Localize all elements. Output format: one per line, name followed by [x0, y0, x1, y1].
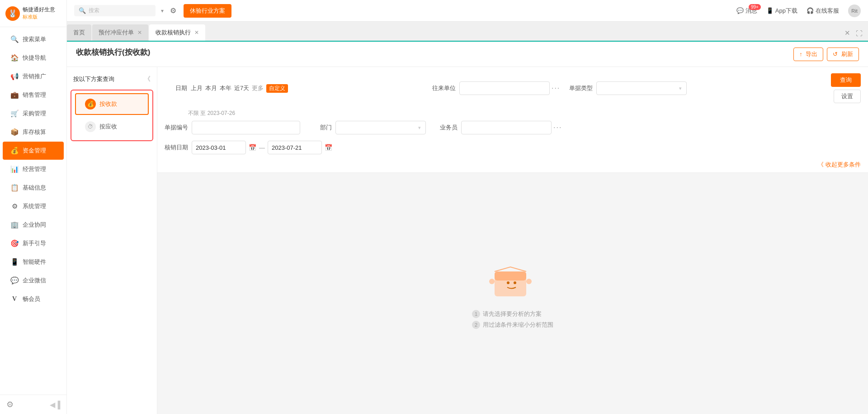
- hardware-icon: 📱: [10, 257, 19, 266]
- writeoff-end-cal-icon[interactable]: 📅: [325, 144, 332, 151]
- tab-receipt[interactable]: 收款核销执行 ✕: [149, 24, 205, 41]
- filter-item-by-receipt[interactable]: 💰 按收款: [75, 93, 149, 115]
- sidebar-item-label: 快捷导航: [23, 54, 46, 62]
- time-custom-badge[interactable]: 自定义: [266, 84, 288, 93]
- tab-home[interactable]: 首页: [67, 24, 91, 41]
- online-service-button[interactable]: 🎧 在线客服: [807, 7, 839, 15]
- filter-item-label: 按应收: [99, 123, 117, 131]
- refresh-button[interactable]: ↺ 刷新: [827, 48, 859, 61]
- sidebar-item-wechat[interactable]: 💬 企业微信: [3, 271, 64, 290]
- query-button[interactable]: 查询: [831, 73, 861, 87]
- headset-icon: 🎧: [807, 7, 814, 14]
- app-download-button[interactable]: 📱 App下载: [766, 7, 797, 15]
- receivable-filter-icon: ⏱: [85, 121, 96, 132]
- partner-input[interactable]: [459, 81, 550, 95]
- sidebar-item-sales[interactable]: 💼 销售管理: [3, 86, 64, 104]
- message-button[interactable]: 💬 消息 99+: [736, 7, 757, 15]
- topbar-search-box[interactable]: 🔍 搜索: [74, 5, 156, 16]
- collapse-more-icon: 《: [818, 161, 824, 169]
- export-button[interactable]: ↑ 导出: [793, 48, 823, 61]
- wechat-icon: 💬: [10, 276, 19, 285]
- writeoff-start-input[interactable]: [192, 141, 246, 154]
- empty-hint-1: 1 请先选择要分析的方案: [472, 310, 542, 318]
- guide-icon: 🎯: [10, 239, 19, 248]
- sidebar-item-label: 畅会员: [23, 295, 40, 303]
- receipt-filter-icon: 💰: [85, 99, 96, 109]
- sidebar-item-finance[interactable]: 💰 资金管理: [3, 142, 64, 160]
- query-row-2: 单据编号 部门 ▾ 业务员: [165, 121, 861, 134]
- date-separator: —: [259, 144, 265, 151]
- dept-label: 部门: [309, 124, 332, 132]
- empty-hint-2: 2 用过滤条件来缩小分析范围: [472, 321, 553, 329]
- sidebar-item-hardware[interactable]: 📱 智能硬件: [3, 253, 64, 271]
- marketing-icon: 📢: [10, 72, 19, 81]
- user-avatar[interactable]: Rit: [848, 5, 861, 17]
- topbar-dropdown-icon[interactable]: ▾: [161, 8, 164, 14]
- time-7days[interactable]: 近7天: [234, 84, 249, 92]
- sidebar-item-member[interactable]: V 畅会员: [3, 290, 64, 308]
- empty-illustration: [486, 258, 540, 305]
- settings-button[interactable]: 设置: [834, 90, 861, 103]
- tab-prepay[interactable]: 预付冲应付单 ✕: [92, 24, 148, 41]
- filter-panel-collapse-icon[interactable]: 《: [144, 75, 151, 83]
- collapse-more-btn[interactable]: 《 收起更多条件: [165, 159, 861, 172]
- settings-icon[interactable]: ⚙: [6, 400, 14, 409]
- sidebar-item-label: 企业协同: [23, 221, 46, 229]
- bill-type-field: 单据类型 ▾: [569, 81, 687, 95]
- window-maximize-icon[interactable]: ⛶: [854, 28, 864, 39]
- member-icon: V: [10, 295, 19, 304]
- sidebar-item-label: 新手引导: [23, 239, 46, 247]
- sidebar-item-basic[interactable]: 📋 基础信息: [3, 179, 64, 197]
- sidebar-item-search[interactable]: 🔍 搜索菜单: [3, 30, 64, 48]
- filter-items-box: 💰 按收款 ⏱ 按应收: [71, 90, 153, 141]
- collapse-sidebar-icon[interactable]: ◀▐: [50, 400, 60, 409]
- sidebar-item-inventory[interactable]: 📦 库存核算: [3, 123, 64, 141]
- sidebar-item-purchase[interactable]: 🛒 采购管理: [3, 105, 64, 123]
- tab-home-label: 首页: [73, 29, 85, 37]
- svg-point-4: [489, 279, 495, 284]
- sidebar-item-marketing[interactable]: 📢 营销推广: [3, 67, 64, 86]
- inventory-icon: 📦: [10, 128, 19, 137]
- topbar: 🔍 搜索 ▾ ⚙ 休验行业方案 💬 消息 99+ 📱 App下载 🎧 在线客服 …: [67, 0, 868, 22]
- app-name: 畅捷通好生意: [23, 6, 55, 14]
- sidebar-item-enterprise[interactable]: 🏢 企业协同: [3, 216, 64, 234]
- finance-icon: 💰: [10, 146, 19, 155]
- refresh-icon: ↺: [833, 51, 838, 57]
- tab-prepay-close-icon[interactable]: ✕: [137, 29, 142, 36]
- content-body: 按以下方案查询 《 💰 按收款 ⏱ 按应收: [67, 67, 868, 414]
- sidebar-item-label: 营销推广: [23, 72, 46, 81]
- sidebar-bottom: ⚙ ◀▐: [0, 395, 66, 414]
- time-this-month[interactable]: 本月: [205, 84, 217, 92]
- dept-select-arrow-icon: ▾: [418, 125, 421, 131]
- bill-type-select[interactable]: ▾: [596, 81, 687, 95]
- time-more[interactable]: 更多: [252, 84, 264, 92]
- main-area: 🔍 搜索 ▾ ⚙ 休验行业方案 💬 消息 99+ 📱 App下载 🎧 在线客服 …: [67, 0, 868, 414]
- time-last-month[interactable]: 上月: [191, 84, 203, 92]
- sidebar-item-operation[interactable]: 📊 经营管理: [3, 160, 64, 178]
- filter-item-by-receivable[interactable]: ⏱ 按应收: [75, 116, 149, 138]
- operation-icon: 📊: [10, 165, 19, 174]
- home-icon: 🏠: [10, 53, 19, 62]
- time-this-year[interactable]: 本年: [220, 84, 231, 92]
- writeoff-start-cal-icon[interactable]: 📅: [249, 144, 256, 151]
- partner-dots-icon[interactable]: ···: [552, 84, 560, 92]
- bill-no-input[interactable]: [192, 121, 300, 134]
- sidebar-item-nav[interactable]: 🏠 快捷导航: [3, 49, 64, 67]
- date-field: 日期 上月 本月 本年 近7天 更多 自定义: [165, 84, 288, 93]
- solution-button[interactable]: 休验行业方案: [184, 4, 231, 18]
- system-icon: ⚙: [10, 202, 19, 211]
- sidebar-item-guide[interactable]: 🎯 新手引导: [3, 234, 64, 252]
- staff-dots-icon[interactable]: ···: [553, 124, 562, 132]
- staff-input[interactable]: [461, 121, 552, 134]
- message-badge: 99+: [749, 4, 761, 10]
- sidebar-item-system[interactable]: ⚙ 系统管理: [3, 197, 64, 215]
- filter-panel-header: 按以下方案查询 《: [67, 72, 157, 88]
- writeoff-end-input[interactable]: [268, 141, 322, 154]
- dept-select[interactable]: ▾: [335, 121, 426, 134]
- tab-receipt-close-icon[interactable]: ✕: [194, 29, 199, 36]
- topbar-gear-icon[interactable]: ⚙: [170, 6, 176, 15]
- tab-prepay-label: 预付冲应付单: [99, 29, 134, 37]
- topbar-right: 💬 消息 99+ 📱 App下载 🎧 在线客服 Rit: [736, 5, 861, 17]
- window-close-icon[interactable]: ✕: [843, 27, 852, 39]
- export-icon: ↑: [799, 51, 802, 57]
